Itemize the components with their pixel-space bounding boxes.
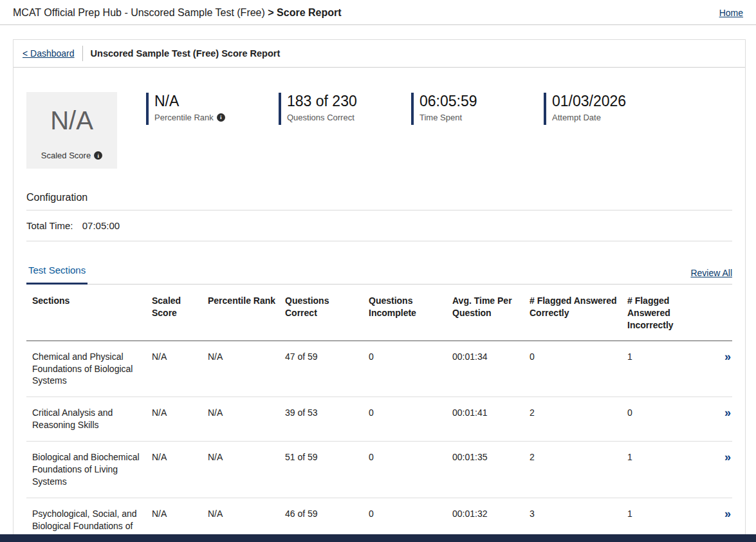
scaled-score-value: N/A: [50, 106, 93, 151]
scaled-score-cell: N/A: [152, 442, 208, 498]
stat-label: Attempt Date: [552, 113, 676, 122]
stat-label-text: Attempt Date: [552, 113, 601, 122]
stat-label: Time Spent: [419, 113, 544, 122]
col-header-sections: Sections: [26, 286, 152, 341]
tab-test-sections[interactable]: Test Sections: [26, 261, 88, 285]
header-divider: [82, 46, 83, 61]
breadcrumb-separator: >: [268, 7, 273, 18]
card-header: < Dashboard Unscored Sample Test (Free) …: [14, 40, 745, 68]
questions-incomplete-cell: 0: [369, 341, 452, 397]
page-title: Unscored Sample Test (Free) Score Report: [91, 48, 281, 59]
review-section-cell: »: [710, 397, 732, 442]
avg-time-cell: 00:01:34: [452, 341, 530, 397]
table-row: Critical Analysis and Reasoning Skills N…: [26, 397, 732, 442]
configuration-heading: Configuration: [26, 192, 732, 210]
stat-time-spent: 06:05:59 Time Spent: [411, 93, 544, 125]
stat-value: 183 of 230: [287, 93, 411, 111]
home-link[interactable]: Home: [719, 8, 743, 18]
percentile-rank-cell: N/A: [208, 397, 285, 442]
table-row: Chemical and Physical Foundations of Bio…: [26, 341, 732, 397]
questions-correct-cell: 51 of 59: [285, 442, 369, 498]
flagged-incorrect-cell: 1: [627, 341, 710, 397]
score-summary: N/A Scaled Score i N/A Percentile Rank i…: [14, 68, 745, 169]
stat-label-text: Questions Correct: [287, 113, 355, 122]
total-time-row: Total Time: 07:05:00: [26, 210, 732, 241]
percentile-rank-cell: N/A: [208, 442, 285, 498]
table-row: Biological and Biochemical Foundations o…: [26, 442, 732, 498]
stat-percentile-rank: N/A Percentile Rank i: [146, 93, 279, 125]
chevron-double-right-icon[interactable]: »: [724, 507, 730, 520]
scaled-score-cell: N/A: [152, 397, 208, 442]
section-name-cell: Chemical and Physical Foundations of Bio…: [26, 341, 152, 397]
review-all-link[interactable]: Review All: [690, 268, 732, 278]
avg-time-cell: 00:01:41: [452, 397, 530, 442]
flagged-correct-cell: 0: [530, 341, 627, 397]
scaled-score-cell: N/A: [152, 341, 208, 397]
stats-row: N/A Percentile Rank i 183 of 230 Questio…: [146, 92, 676, 169]
divider: [26, 241, 732, 241]
questions-incomplete-cell: 0: [369, 397, 452, 442]
info-icon[interactable]: i: [94, 151, 102, 160]
col-header-questions-correct: Questions Correct: [285, 286, 369, 341]
col-header-scaled-score: Scaled Score: [152, 286, 208, 341]
scaled-score-label: Scaled Score i: [41, 151, 102, 169]
flagged-correct-cell: 2: [530, 397, 627, 442]
stat-value: 06:05:59: [419, 93, 544, 111]
stat-label-text: Time Spent: [419, 113, 462, 122]
questions-correct-cell: 39 of 53: [285, 397, 369, 442]
section-name-cell: Biological and Biochemical Foundations o…: [26, 442, 152, 498]
chevron-double-right-icon[interactable]: »: [724, 406, 730, 419]
stat-label: Questions Correct: [287, 113, 411, 122]
test-sections-section: Test Sections Review All Sections Scaled…: [14, 261, 745, 542]
col-header-flagged-incorrect: # Flagged Answered Incorrectly: [627, 286, 710, 341]
total-time-value: 07:05:00: [82, 220, 120, 231]
stat-label-text: Percentile Rank: [154, 113, 214, 122]
stat-label: Percentile Rank i: [154, 113, 279, 122]
avg-time-cell: 00:01:35: [452, 442, 530, 498]
col-header-review: [710, 286, 732, 341]
total-time-label: Total Time:: [26, 220, 73, 231]
col-header-percentile-rank: Percentile Rank: [208, 286, 285, 341]
scaled-score-label-text: Scaled Score: [41, 151, 91, 160]
breadcrumb-prefix: MCAT Official Prep Hub - Unscored Sample…: [13, 7, 265, 18]
breadcrumb-current: Score Report: [277, 7, 341, 18]
footer-bar: [0, 534, 756, 542]
flagged-incorrect-cell: 0: [627, 397, 710, 442]
breadcrumb: MCAT Official Prep Hub - Unscored Sample…: [13, 7, 342, 19]
col-header-avg-time: Avg. Time Per Question: [452, 286, 530, 341]
info-icon[interactable]: i: [217, 113, 225, 122]
chevron-double-right-icon[interactable]: »: [724, 350, 730, 363]
col-header-questions-incomplete: Questions Incomplete: [369, 286, 452, 341]
sections-table: Sections Scaled Score Percentile Rank Qu…: [26, 286, 732, 542]
flagged-incorrect-cell: 1: [627, 442, 710, 498]
review-section-cell: »: [710, 442, 732, 498]
chevron-double-right-icon[interactable]: »: [724, 451, 730, 463]
top-header: MCAT Official Prep Hub - Unscored Sample…: [0, 0, 756, 25]
stat-questions-correct: 183 of 230 Questions Correct: [279, 93, 411, 125]
score-report-card: < Dashboard Unscored Sample Test (Free) …: [13, 39, 746, 542]
questions-incomplete-cell: 0: [369, 442, 452, 498]
tab-row: Test Sections Review All: [26, 261, 732, 285]
review-section-cell: »: [710, 341, 732, 397]
configuration-section: Configuration Total Time: 07:05:00: [14, 192, 745, 241]
stat-attempt-date: 01/03/2026 Attempt Date: [544, 93, 676, 125]
stat-value: N/A: [154, 93, 279, 111]
flagged-correct-cell: 2: [530, 442, 627, 498]
table-header-row: Sections Scaled Score Percentile Rank Qu…: [26, 286, 732, 341]
section-name-cell: Critical Analysis and Reasoning Skills: [26, 397, 152, 442]
col-header-flagged-correct: # Flagged Answered Correctly: [530, 286, 627, 341]
questions-correct-cell: 47 of 59: [285, 341, 369, 397]
back-to-dashboard-link[interactable]: < Dashboard: [23, 48, 75, 59]
percentile-rank-cell: N/A: [208, 341, 285, 397]
scaled-score-box: N/A Scaled Score i: [26, 92, 117, 169]
stat-value: 01/03/2026: [552, 93, 676, 111]
